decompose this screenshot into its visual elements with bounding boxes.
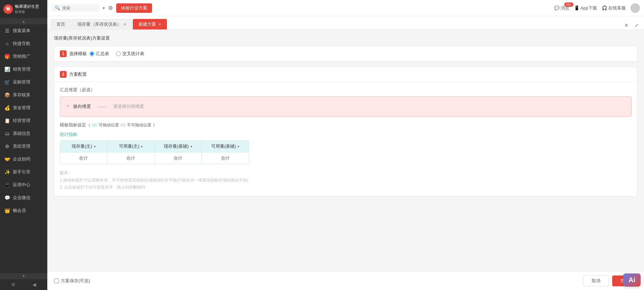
- home-tab-label: 首页: [56, 21, 65, 27]
- phone-icon: 📱: [574, 5, 579, 10]
- required-star: *: [67, 104, 69, 109]
- cancel-button[interactable]: 取消: [583, 275, 609, 286]
- step1-title: 选择模板: [69, 51, 87, 57]
- tab-new-plan[interactable]: 新建方案 ✕: [133, 19, 167, 29]
- sidebar-item-purchase[interactable]: 🛒采购管理: [0, 76, 47, 89]
- message-icon: 💬: [554, 5, 560, 10]
- content-area: 现存量(库存状况表)方案设置 1 选择模板 汇总表 交叉统计表: [47, 30, 644, 271]
- search-menu-icon: ☰: [4, 28, 10, 34]
- search-input[interactable]: [62, 6, 96, 10]
- sidebar-item-cooperation[interactable]: 🤝企业协同: [0, 153, 47, 166]
- sidebar-item-label: 搜索菜单: [13, 28, 30, 34]
- stats-table: 现存量(主)▾可用量(主)▾现存量(基辅)▾可用量(基辅)▾ 合计合计合计合计: [60, 140, 249, 164]
- message-btn[interactable]: 💬 消息 99+: [554, 5, 569, 11]
- stats-table-row: 合计合计合计合计: [60, 152, 249, 164]
- dimension-label: 汇总维度（必选）: [60, 87, 631, 93]
- sidebar: 畅 畅康通好生意 标准版 ▲ ☰搜索菜单⌂快捷导航🎁营销推广📊销售管理🛒采购管理…: [0, 0, 47, 290]
- sidebar-bottom: ⚙ ◀: [0, 279, 47, 290]
- tip-item-2: 2. 点击标题栏下拉可设置排序、插入列和删除列: [60, 184, 631, 190]
- step1-section: 1 选择模板 汇总表 交叉统计表: [54, 46, 637, 62]
- sidebar-item-member[interactable]: 👑畅会员: [0, 204, 47, 217]
- sidebar-item-label: 库存核算: [13, 92, 30, 98]
- sidebar-item-search-menu[interactable]: ☰搜索菜单: [0, 24, 47, 37]
- operation-icon: 📋: [4, 118, 10, 124]
- sidebar-item-finance[interactable]: 💰资金管理: [0, 101, 47, 114]
- sidebar-item-operation[interactable]: 📋经营管理: [0, 114, 47, 127]
- app-name: 畅康通好生意: [15, 4, 39, 9]
- stats-cell: 合计: [202, 152, 249, 164]
- stats-cell: 合计: [155, 152, 202, 164]
- template-cross-radio[interactable]: [116, 51, 121, 56]
- page-title: 现存量(库存状况表)方案设置: [54, 35, 637, 41]
- inventory-tab-label: 现存量（库存状况表）: [77, 21, 121, 27]
- window-close-btn[interactable]: ✕: [622, 21, 630, 29]
- search-box[interactable]: 🔍: [51, 4, 99, 12]
- inventory-tab-close[interactable]: ✕: [123, 22, 126, 27]
- fixed-label: 不可拖动位置: [127, 122, 151, 128]
- sidebar-settings-btn[interactable]: ⚙: [11, 282, 16, 287]
- step2-header: 2 方案配置: [54, 67, 637, 82]
- save-checkbox[interactable]: [54, 279, 59, 283]
- template-summary-option[interactable]: 汇总表: [90, 51, 109, 57]
- sidebar-item-label: 基础信息: [13, 130, 30, 137]
- draggable-color: [92, 123, 97, 127]
- dimension-name: 纵向维度: [73, 103, 91, 110]
- cooperation-icon: 🤝: [4, 156, 10, 162]
- sidebar-item-app-center[interactable]: 📱应用中心: [0, 178, 47, 191]
- step2-body: 汇总维度（必选） * 纵向维度 —— 请选择分组维度 模板指标设定（ 可拖动位置…: [54, 82, 637, 196]
- stats-header-col: 现存量(基辅)▾: [155, 141, 202, 152]
- trial-btn[interactable]: 体验行业方案: [116, 3, 152, 13]
- new-plan-tab-close[interactable]: ✕: [158, 22, 161, 27]
- tab-inventory-status[interactable]: 现存量（库存状况表） ✕: [72, 19, 132, 29]
- sidebar-item-label: 应用中心: [13, 182, 30, 188]
- indicator-legend-end: ）: [153, 122, 157, 128]
- sidebar-item-label: 销售管理: [13, 66, 30, 72]
- step1-badge: 1: [60, 50, 67, 57]
- app-center-icon: 📱: [4, 182, 10, 188]
- sidebar-item-inventory[interactable]: 📦库存核算: [0, 89, 47, 101]
- new-plan-tab-label: 新建方案: [139, 21, 156, 27]
- finance-icon: 💰: [4, 105, 10, 111]
- new-guide-icon: ✨: [4, 169, 10, 175]
- tab-home[interactable]: 首页: [51, 19, 71, 29]
- dimension-box[interactable]: * 纵向维度 —— 请选择分组维度: [60, 96, 631, 117]
- sidebar-item-label: 系统管理: [13, 143, 30, 149]
- app-logo: 畅 畅康通好生意 标准版: [0, 0, 47, 19]
- online-service-btn[interactable]: 🎧 在线客服: [602, 5, 626, 11]
- col-chevron-icon[interactable]: ▾: [94, 145, 96, 148]
- sidebar-item-label: 企业微信: [13, 195, 30, 201]
- app-download-btn[interactable]: 📱 App下载: [574, 5, 597, 11]
- stats-title: 统计指标: [60, 131, 631, 138]
- user-avatar[interactable]: [630, 3, 640, 13]
- sidebar-item-wechat[interactable]: 💬企业微信: [0, 191, 47, 204]
- col-chevron-icon[interactable]: ▾: [238, 145, 239, 148]
- col-chevron-icon[interactable]: ▾: [191, 145, 192, 148]
- sidebar-item-quick-nav[interactable]: ⌂快捷导航: [0, 37, 47, 50]
- sidebar-scroll-down[interactable]: ▼: [0, 273, 47, 279]
- sidebar-collapse-btn[interactable]: ◀: [32, 282, 36, 287]
- window-expand-btn[interactable]: ⤢: [633, 21, 641, 29]
- inventory-icon: 📦: [4, 92, 10, 98]
- message-badge: 99+: [564, 2, 573, 7]
- template-summary-radio[interactable]: [90, 51, 94, 56]
- step2-title: 方案配置: [69, 71, 87, 77]
- step1-header: 1 选择模板 汇总表 交叉统计表: [54, 46, 637, 62]
- sidebar-item-new-guide[interactable]: ✨新手引导: [0, 166, 47, 178]
- topbar-settings-icon[interactable]: ⚙: [108, 5, 113, 11]
- template-cross-option[interactable]: 交叉统计表: [116, 51, 144, 57]
- sidebar-item-basic-info[interactable]: 🗂基础信息: [0, 127, 47, 140]
- sidebar-item-label: 企业协同: [13, 156, 30, 162]
- sidebar-scroll-up[interactable]: ▲: [0, 19, 47, 24]
- sidebar-item-label: 采购管理: [13, 79, 30, 85]
- sidebar-item-sales[interactable]: 📊销售管理: [0, 63, 47, 76]
- col-chevron-icon[interactable]: ▾: [141, 145, 143, 148]
- topbar-dropdown[interactable]: ▾: [103, 6, 105, 10]
- stats-header-col: 可用量(主)▾: [107, 141, 155, 152]
- app-sub: 标准版: [15, 9, 39, 14]
- sidebar-item-label: 新手引导: [13, 169, 30, 175]
- save-option[interactable]: 方案保存(可选): [54, 278, 90, 284]
- sidebar-item-marketing[interactable]: 🎁营销推广: [0, 50, 47, 63]
- headset-icon: 🎧: [602, 5, 607, 10]
- sidebar-item-label: 资金管理: [13, 105, 30, 111]
- sidebar-item-system[interactable]: ⚙系统管理: [0, 140, 47, 153]
